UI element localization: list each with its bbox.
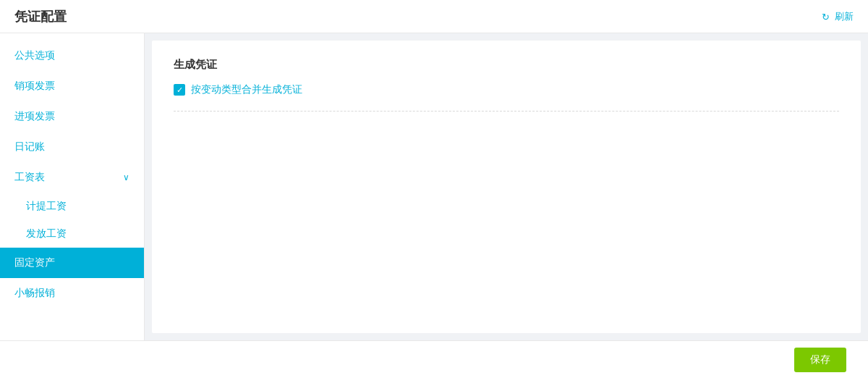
sidebar-item-accrual-salary[interactable]: 计提工资 — [0, 193, 144, 220]
sidebar-item-payroll[interactable]: 工资表 ∨ — [0, 162, 144, 193]
section-divider — [174, 111, 839, 112]
top-bar: 凭证配置 ↻ 刷新 — [0, 0, 868, 33]
sidebar-item-label: 固定资产 — [14, 256, 55, 269]
sidebar-item-fixed-assets[interactable]: 固定资产 — [0, 248, 144, 278]
checkbox-label: 按变动类型合并生成凭证 — [191, 83, 302, 96]
sidebar-item-label: 销项发票 — [14, 80, 55, 93]
footer: 保存 — [0, 340, 868, 378]
content-area: 生成凭证 ✓ 按变动类型合并生成凭证 — [152, 41, 861, 333]
checkbox-merge[interactable]: ✓ — [174, 84, 185, 96]
sidebar-item-public[interactable]: 公共选项 — [0, 41, 144, 71]
refresh-button[interactable]: ↻ 刷新 — [822, 10, 854, 23]
refresh-label: 刷新 — [835, 10, 854, 23]
sidebar-item-journal[interactable]: 日记账 — [0, 132, 144, 162]
refresh-icon: ↻ — [822, 12, 832, 22]
sidebar-item-label: 日记账 — [14, 140, 45, 154]
main-content: 公共选项 销项发票 进项发票 日记账 工资表 ∨ 计提工资 发放工资 固定资 — [0, 33, 868, 340]
section-title: 生成凭证 — [174, 58, 839, 72]
sidebar-item-label: 发放工资 — [26, 227, 67, 239]
sidebar-item-label: 工资表 — [14, 171, 45, 184]
sidebar-item-label: 公共选项 — [14, 49, 55, 62]
checkbox-row[interactable]: ✓ 按变动类型合并生成凭证 — [174, 83, 839, 96]
sidebar-item-label: 进项发票 — [14, 110, 55, 123]
page-title: 凭证配置 — [14, 8, 67, 25]
save-button[interactable]: 保存 — [794, 348, 846, 372]
chevron-down-icon: ∨ — [123, 172, 129, 182]
sidebar-item-pay-salary[interactable]: 发放工资 — [0, 220, 144, 248]
check-icon: ✓ — [176, 85, 183, 95]
sidebar: 公共选项 销项发票 进项发票 日记账 工资表 ∨ 计提工资 发放工资 固定资 — [0, 33, 145, 340]
sidebar-item-label: 小畅报销 — [14, 287, 55, 300]
sidebar-item-purchase-invoice[interactable]: 进项发票 — [0, 101, 144, 132]
sidebar-item-label: 计提工资 — [26, 200, 67, 211]
sidebar-item-sales-invoice[interactable]: 销项发票 — [0, 71, 144, 101]
sidebar-item-petty-cash[interactable]: 小畅报销 — [0, 278, 144, 308]
